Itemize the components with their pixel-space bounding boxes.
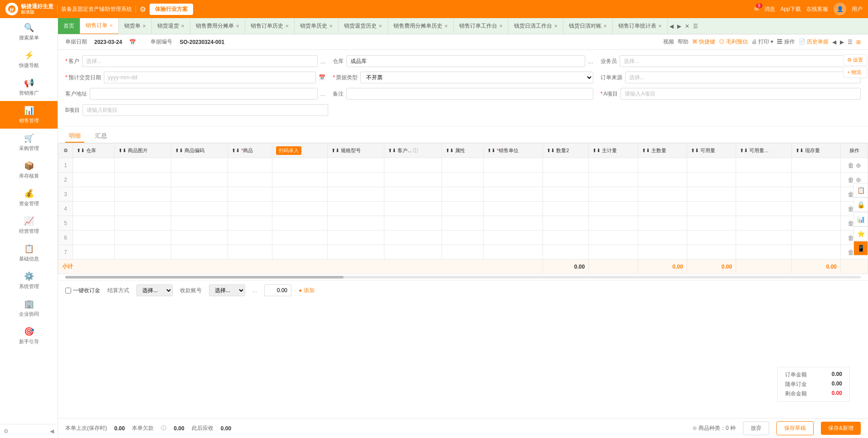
tab-close-work-order[interactable]: ✕ [499, 24, 503, 29]
row7-product[interactable] [228, 245, 272, 260]
user-label[interactable]: 用户 [852, 5, 863, 13]
row6-main-qty[interactable] [638, 231, 687, 245]
account-select[interactable]: 选择... [209, 284, 245, 296]
row6-available2[interactable] [736, 231, 791, 245]
staff-input[interactable] [620, 55, 853, 67]
row3-customer-code[interactable] [384, 187, 442, 202]
row4-product-img[interactable] [114, 202, 171, 216]
row6-available[interactable] [687, 231, 736, 245]
sidebar-item-ops[interactable]: 📈 经营管理 [0, 212, 58, 239]
row2-delete-icon[interactable]: 🗑 [848, 176, 854, 183]
delivery-calendar-icon[interactable]: 📅 [319, 74, 325, 81]
row6-product-code[interactable] [171, 231, 228, 245]
row1-unit[interactable] [483, 158, 543, 173]
row3-qty2[interactable] [543, 187, 589, 202]
row4-current[interactable] [791, 202, 840, 216]
remark-input[interactable] [346, 88, 593, 100]
row7-available[interactable] [687, 245, 736, 260]
sidebar-item-base[interactable]: 📋 基础信息 [0, 239, 58, 267]
row2-main-qty[interactable] [638, 173, 687, 187]
tab-return-history[interactable]: 销货单历史 ✕ [295, 18, 339, 34]
tab-nav-menu[interactable]: ☰ [691, 23, 700, 29]
row6-customer-code[interactable] [384, 231, 442, 245]
sidebar-item-quick-nav[interactable]: ⚡ 快捷导航 [0, 46, 58, 73]
row2-qty2[interactable] [543, 173, 589, 187]
nav-prev-btn[interactable]: ◀ [832, 39, 836, 45]
address-input[interactable] [90, 88, 318, 100]
account-ellipsis[interactable]: ... [252, 287, 257, 294]
customer-ellipsis[interactable]: ... [320, 58, 326, 65]
row2-product-code[interactable] [171, 173, 228, 187]
row3-unit[interactable] [483, 187, 543, 202]
row7-qty2[interactable] [543, 245, 589, 260]
col-scan-header[interactable]: 扫码录入 [272, 144, 327, 158]
app-download-link[interactable]: App下载 [781, 5, 801, 13]
row2-scan[interactable] [272, 173, 327, 187]
row1-current[interactable] [791, 158, 840, 173]
row6-warehouse[interactable] [73, 231, 115, 245]
row4-delete-icon[interactable]: 🗑 [848, 205, 854, 212]
row1-available[interactable] [687, 158, 736, 173]
layout-list-icon[interactable]: ☰ [848, 39, 853, 45]
row7-unit[interactable] [483, 245, 543, 260]
sidebar-item-sales[interactable]: 📊 销售管理 [0, 101, 58, 129]
tab-sales-order[interactable]: 销售订单 ✕ [80, 18, 119, 34]
row5-main-qty[interactable] [638, 216, 687, 231]
row7-available2[interactable] [736, 245, 791, 260]
sidebar-item-purchase[interactable]: 🛒 采购管理 [0, 129, 58, 156]
gear-icon[interactable]: ⚙ [140, 5, 146, 14]
row2-main-unit[interactable] [589, 173, 638, 187]
row3-delete-icon[interactable]: 🗑 [848, 191, 854, 198]
settlement-select[interactable]: 选择... [136, 284, 173, 296]
scroll-thumb[interactable] [65, 276, 344, 279]
row7-current[interactable] [791, 245, 840, 260]
col-settings-header[interactable]: ⚙ [58, 144, 73, 158]
calendar-icon[interactable]: 📅 [129, 39, 136, 45]
row3-product-code[interactable] [171, 187, 228, 202]
row7-spec[interactable] [327, 245, 384, 260]
row3-spec[interactable] [327, 187, 384, 202]
row5-product-img[interactable] [114, 216, 171, 231]
row7-attr[interactable] [442, 245, 484, 260]
sidebar-settings-icon[interactable]: ⚙ [4, 428, 9, 434]
help-btn[interactable]: 帮助 [678, 38, 689, 46]
row4-customer-code[interactable] [384, 202, 442, 216]
row1-available2[interactable] [736, 158, 791, 173]
row6-product[interactable] [228, 231, 272, 245]
row7-scan[interactable] [272, 245, 327, 260]
row1-product[interactable] [228, 158, 272, 173]
tab-sales-refund[interactable]: 销货退货 ✕ [152, 18, 190, 34]
row1-qty2[interactable] [543, 158, 589, 173]
row3-product-img[interactable] [114, 187, 171, 202]
tab-close-sales-fee[interactable]: ✕ [236, 24, 239, 29]
row6-current[interactable] [791, 231, 840, 245]
print-btn[interactable]: 🖨 打印 ▾ [752, 38, 774, 46]
row4-attr[interactable] [442, 202, 484, 216]
row4-qty2[interactable] [543, 202, 589, 216]
tab-close-return-history[interactable]: ✕ [329, 24, 333, 29]
tab-close-refund-history[interactable]: ✕ [378, 24, 382, 29]
amount-input[interactable] [264, 284, 291, 296]
row4-unit[interactable] [483, 202, 543, 216]
operation-btn[interactable]: ☰ 操作 [777, 38, 795, 46]
row5-current[interactable] [791, 216, 840, 231]
tab-cash-clear[interactable]: 钱货日清工作台 ✕ [509, 18, 563, 34]
history-btn[interactable]: 📄 历史单据 [799, 38, 829, 46]
delivery-input[interactable] [104, 72, 316, 83]
row2-unit[interactable] [483, 173, 543, 187]
tab-close-sales-stats[interactable]: ✕ [658, 24, 662, 29]
address-ellipsis[interactable]: ... [320, 90, 326, 97]
draft-button[interactable]: 保存草稿 [776, 421, 814, 435]
tab-sales-stats[interactable]: 销售订单统计表 ✕ [613, 18, 668, 34]
row3-warehouse[interactable] [73, 187, 115, 202]
tab-close-fee-history[interactable]: ✕ [444, 24, 448, 29]
row4-product-code[interactable] [171, 202, 228, 216]
row7-main-unit[interactable] [589, 245, 638, 260]
row2-available[interactable] [687, 173, 736, 187]
row2-product[interactable] [228, 173, 272, 187]
row6-unit[interactable] [483, 231, 543, 245]
row3-available[interactable] [687, 187, 736, 202]
row1-customer-code[interactable] [384, 158, 442, 173]
row5-available2[interactable] [736, 216, 791, 231]
tab-close-sales-return[interactable]: ✕ [142, 24, 146, 29]
